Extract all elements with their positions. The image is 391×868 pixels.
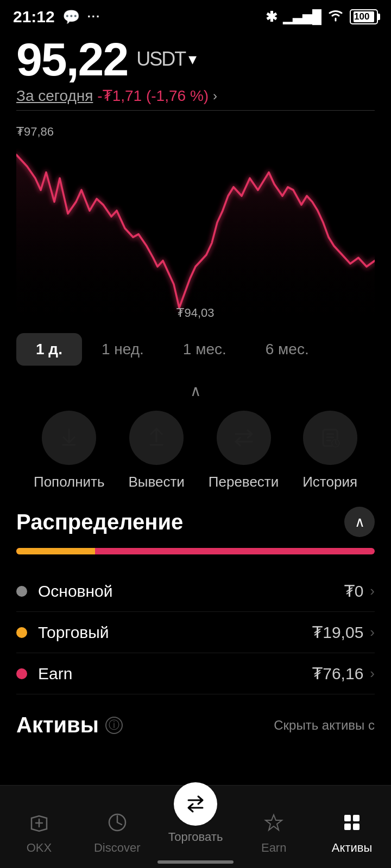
- assets-section: Активы ⓘ Скрыть активы с: [16, 700, 375, 743]
- dist-earn-arrow: ›: [370, 665, 375, 682]
- status-bar: 21:12 💬 ··· ✱ ▁▃▅█ 100: [0, 0, 391, 30]
- nav-trade-circle: [174, 782, 217, 826]
- currency-dropdown-arrow[interactable]: ▾: [188, 51, 195, 67]
- nav-assets-label: Активы: [332, 841, 372, 855]
- dist-earn-label: Earn: [38, 665, 72, 683]
- distribution-toggle[interactable]: ∧: [344, 507, 375, 537]
- hide-assets-text: Скрыть активы с: [274, 718, 375, 732]
- time-selector: 1 д. 1 нед. 1 мес. 6 мес.: [16, 333, 375, 366]
- battery-icon: 100: [350, 9, 378, 24]
- today-label: За сегодня: [16, 87, 93, 105]
- dist-main-arrow: ›: [370, 583, 375, 599]
- history-label: История: [302, 474, 357, 490]
- change-arrow[interactable]: ›: [213, 88, 217, 104]
- nav-trade-label: Торговать: [168, 830, 223, 844]
- dist-earn-value: ₮76,16: [312, 664, 363, 683]
- nav-trade[interactable]: Торговать: [168, 782, 223, 844]
- nav-okx-label: OKX: [27, 841, 52, 855]
- assets-info-icon[interactable]: ⓘ: [105, 717, 123, 734]
- nav-discover-label: Discover: [94, 841, 141, 855]
- transfer-icon: [217, 411, 271, 465]
- collapse-row: ∧: [16, 376, 375, 411]
- assets-hide-label: Скрыть активы с: [274, 718, 375, 733]
- time-btn-1m[interactable]: 1 мес.: [163, 333, 246, 366]
- history-button[interactable]: История: [302, 411, 357, 490]
- dist-trading-label: Торговый: [38, 623, 109, 642]
- svg-rect-7: [344, 824, 351, 830]
- withdraw-button[interactable]: Вывести: [128, 411, 184, 490]
- dist-earn-left: Earn: [16, 665, 72, 683]
- deposit-label: Пополнить: [34, 474, 105, 490]
- dist-item-main[interactable]: Основной ₮0 ›: [16, 571, 375, 612]
- distribution-progress-bar: [16, 548, 375, 554]
- bluetooth-icon: ✱: [266, 9, 278, 25]
- change-value: -₮1,71 (-1,76 %): [97, 87, 209, 105]
- nav-assets[interactable]: Активы: [325, 813, 379, 855]
- more-icon: ···: [87, 10, 100, 24]
- balance-amount-row: 95,22 USDT ▾: [16, 36, 375, 82]
- status-time: 21:12: [13, 8, 55, 26]
- action-buttons: Пополнить Вывести Перевести: [16, 411, 375, 507]
- dist-main-left: Основной: [16, 582, 113, 601]
- transfer-button[interactable]: Перевести: [209, 411, 279, 490]
- dist-earn-right: ₮76,16 ›: [312, 664, 375, 683]
- balance-change-row: За сегодня -₮1,71 (-1,76 %) ›: [16, 87, 375, 111]
- home-indicator: [157, 860, 234, 864]
- dot-main: [16, 586, 27, 597]
- signal-icon: ▁▃▅█: [283, 9, 321, 24]
- chart-svg: [16, 119, 375, 326]
- distribution-title: Распределение: [16, 510, 183, 534]
- nav-discover-icon: [108, 813, 127, 837]
- time-btn-6m[interactable]: 6 мес.: [246, 333, 329, 366]
- dist-item-earn[interactable]: Earn ₮76,16 ›: [16, 653, 375, 694]
- wifi-icon: [327, 9, 344, 25]
- dist-item-trading[interactable]: Торговый ₮19,05 ›: [16, 612, 375, 653]
- balance-value: 95,22: [16, 36, 128, 82]
- nav-assets-icon: [342, 813, 362, 837]
- whatsapp-icon: 💬: [62, 9, 80, 25]
- time-btn-1d[interactable]: 1 д.: [16, 333, 82, 366]
- price-chart: ₮97,86 ₮94,03: [16, 119, 375, 326]
- history-icon: [303, 411, 357, 465]
- nav-earn[interactable]: Earn: [247, 813, 301, 855]
- deposit-icon: [42, 411, 96, 465]
- assets-title: Активы: [16, 713, 99, 737]
- dot-earn: [16, 668, 27, 679]
- svg-rect-6: [353, 815, 360, 821]
- withdraw-label: Вывести: [128, 474, 184, 490]
- time-btn-1w[interactable]: 1 нед.: [82, 333, 163, 366]
- chart-high-label: ₮97,86: [16, 125, 54, 139]
- deposit-button[interactable]: Пополнить: [34, 411, 105, 490]
- progress-orange-segment: [16, 548, 95, 554]
- dot-trading: [16, 627, 27, 638]
- dist-main-label: Основной: [38, 582, 113, 601]
- dist-main-value: ₮0: [344, 582, 364, 601]
- dist-trading-arrow: ›: [370, 624, 375, 641]
- withdraw-icon: [129, 411, 184, 465]
- nav-okx[interactable]: OKX: [12, 814, 66, 855]
- dist-trading-value: ₮19,05: [312, 623, 363, 642]
- transfer-label: Перевести: [209, 474, 279, 490]
- distribution-section: Распределение ∧ Основной ₮0 › Торговый: [16, 507, 375, 694]
- dist-trading-right: ₮19,05 ›: [312, 623, 375, 642]
- distribution-header: Распределение ∧: [16, 507, 375, 537]
- svg-rect-8: [353, 824, 360, 830]
- dist-main-right: ₮0 ›: [344, 582, 375, 601]
- nav-earn-icon: [264, 813, 283, 837]
- assets-left: Активы ⓘ: [16, 713, 123, 737]
- bottom-nav: OKX Discover Торговать Earn: [0, 785, 391, 868]
- dist-trading-left: Торговый: [16, 623, 109, 642]
- main-content: 95,22 USDT ▾ За сегодня -₮1,71 (-1,76 %)…: [0, 30, 391, 819]
- balance-section: 95,22 USDT ▾ За сегодня -₮1,71 (-1,76 %)…: [16, 30, 375, 114]
- chart-low-label: ₮94,03: [176, 306, 214, 320]
- balance-currency: USDT ▾: [136, 49, 195, 69]
- status-right: ✱ ▁▃▅█ 100: [266, 9, 378, 25]
- nav-earn-label: Earn: [261, 841, 286, 855]
- nav-discover[interactable]: Discover: [90, 813, 144, 855]
- status-left: 21:12 💬 ···: [13, 8, 100, 26]
- nav-okx-icon: [29, 814, 49, 837]
- collapse-arrow-icon[interactable]: ∧: [190, 382, 201, 400]
- svg-rect-5: [344, 815, 351, 821]
